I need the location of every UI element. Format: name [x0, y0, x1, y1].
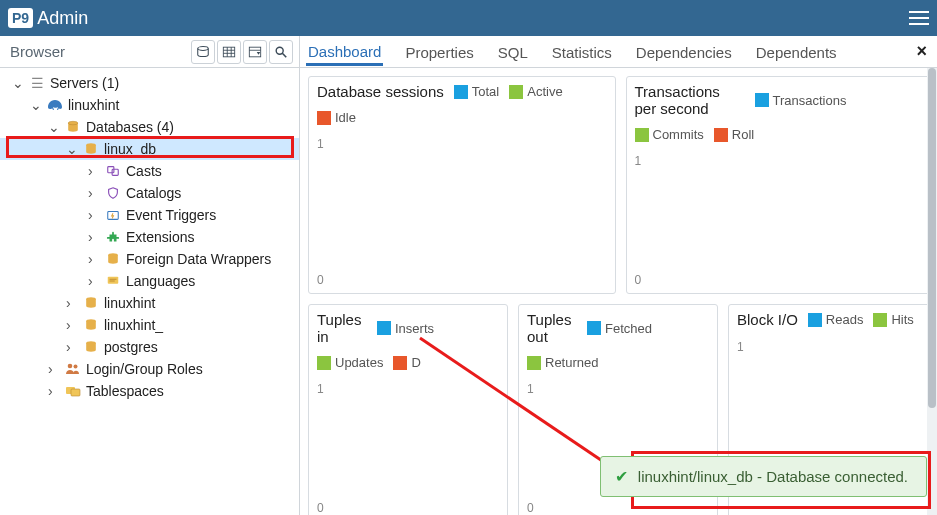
chevron-right-icon[interactable]: ›: [48, 361, 60, 377]
hamburger-menu-icon[interactable]: [909, 11, 929, 25]
svg-point-9: [276, 47, 283, 54]
tree-label: Servers (1): [50, 75, 119, 91]
tree-extensions[interactable]: › Extensions: [0, 226, 299, 248]
card-title: Tuples in: [317, 311, 367, 345]
chevron-right-icon[interactable]: ›: [88, 207, 100, 223]
chevron-right-icon[interactable]: ›: [66, 339, 78, 355]
chevron-right-icon[interactable]: ›: [66, 317, 78, 333]
toast-message: linuxhint/linux_db - Database connected.: [638, 468, 908, 485]
tree-event-triggers[interactable]: › Event Triggers: [0, 204, 299, 226]
tree-label: Languages: [126, 273, 195, 289]
servers-icon: ☰: [28, 75, 46, 91]
legend-active: Active: [509, 84, 562, 99]
legend-returned: Returned: [527, 355, 598, 370]
chevron-right-icon[interactable]: ›: [88, 273, 100, 289]
tree-label: linuxhint: [68, 97, 119, 113]
app-topbar: P9 Admin: [0, 0, 937, 36]
chevron-right-icon[interactable]: ›: [48, 383, 60, 399]
tree-casts[interactable]: › Casts: [0, 160, 299, 182]
search-icon[interactable]: [269, 40, 293, 64]
chevron-down-icon[interactable]: ⌄: [66, 141, 78, 157]
chevron-right-icon[interactable]: ›: [88, 163, 100, 179]
toast-notification[interactable]: ✔ linuxhint/linux_db - Database connecte…: [600, 456, 927, 497]
tab-dashboard[interactable]: Dashboard: [306, 37, 383, 66]
legend-commits: Commits: [635, 127, 704, 142]
card-title: Tuples out: [527, 311, 577, 345]
elephant-icon: [46, 98, 64, 112]
languages-icon: [104, 274, 122, 288]
chart-tuples-in: 1 0: [309, 374, 507, 515]
tree-catalogs[interactable]: › Catalogs: [0, 182, 299, 204]
y-tick: 1: [527, 382, 534, 396]
tree-db-linuxhint[interactable]: › linuxhint: [0, 292, 299, 314]
tab-sql[interactable]: SQL: [496, 38, 530, 65]
filter-icon[interactable]: [243, 40, 267, 64]
logo-text: Admin: [37, 8, 88, 29]
tab-properties[interactable]: Properties: [403, 38, 475, 65]
chevron-down-icon[interactable]: ⌄: [48, 119, 60, 135]
chevron-right-icon[interactable]: ›: [88, 229, 100, 245]
query-tool-icon[interactable]: [191, 40, 215, 64]
vertical-scrollbar[interactable]: [927, 68, 937, 515]
y-tick: 1: [317, 382, 324, 396]
tree-label: Event Triggers: [126, 207, 216, 223]
legend-reads: Reads: [808, 312, 864, 327]
tree-db-linuxhint_[interactable]: › linuxhint_: [0, 314, 299, 336]
tree-login-roles[interactable]: › Login/Group Roles: [0, 358, 299, 380]
chevron-right-icon[interactable]: ›: [66, 295, 78, 311]
logo-badge: P9: [8, 8, 33, 28]
tree-label: Casts: [126, 163, 162, 179]
tab-statistics[interactable]: Statistics: [550, 38, 614, 65]
browser-sidebar: Browser ⌄ ☰ Servers (1) ⌄ linuxhint: [0, 36, 300, 515]
legend-idle: Idle: [317, 110, 356, 125]
view-data-icon[interactable]: [217, 40, 241, 64]
tree-languages[interactable]: › Languages: [0, 270, 299, 292]
chevron-right-icon[interactable]: ›: [88, 251, 100, 267]
database-icon: [82, 318, 100, 332]
tree-fdw[interactable]: › Foreign Data Wrappers: [0, 248, 299, 270]
tree-db-postgres[interactable]: › postgres: [0, 336, 299, 358]
chart-tps: 1 0: [627, 146, 933, 293]
svg-point-25: [74, 365, 78, 369]
legend-inserts: Inserts: [377, 321, 434, 336]
svg-marker-8: [257, 52, 261, 55]
svg-rect-27: [71, 389, 80, 396]
svg-rect-1: [223, 47, 234, 57]
svg-rect-18: [108, 277, 119, 284]
tablespaces-icon: [64, 384, 82, 398]
legend-updates: Updates: [317, 355, 383, 370]
tree-tablespaces[interactable]: › Tablespaces: [0, 380, 299, 402]
tree-db-linux_db[interactable]: ⌄ linux_db: [0, 138, 299, 160]
svg-line-10: [282, 53, 286, 57]
card-database-sessions: Database sessions Total Active Idle 1 0: [308, 76, 616, 294]
legend-total: Total: [454, 84, 499, 99]
check-icon: ✔: [615, 467, 628, 486]
tree-label: Catalogs: [126, 185, 181, 201]
roles-icon: [64, 362, 82, 376]
tree-server-linuxhint[interactable]: ⌄ linuxhint: [0, 94, 299, 116]
fdw-icon: [104, 252, 122, 266]
legend-fetched: Fetched: [587, 321, 652, 336]
card-title: Transactions per second: [635, 83, 745, 117]
y-tick: 0: [527, 501, 534, 515]
tab-dependents[interactable]: Dependents: [754, 38, 839, 65]
chevron-right-icon[interactable]: ›: [88, 185, 100, 201]
chevron-down-icon[interactable]: ⌄: [12, 75, 24, 91]
chevron-down-icon[interactable]: ⌄: [30, 97, 42, 113]
extensions-icon: [104, 230, 122, 244]
close-panel-icon[interactable]: ×: [916, 41, 927, 62]
tree-label: linux_db: [104, 141, 156, 157]
database-icon: [82, 142, 100, 156]
y-tick: 1: [317, 137, 324, 151]
svg-point-24: [68, 364, 73, 369]
tree-servers[interactable]: ⌄ ☰ Servers (1): [0, 72, 299, 94]
tab-dependencies[interactable]: Dependencies: [634, 38, 734, 65]
tree-label: Extensions: [126, 229, 194, 245]
tree-label: Foreign Data Wrappers: [126, 251, 271, 267]
content-pane: Dashboard Properties SQL Statistics Depe…: [300, 36, 937, 515]
tree-label: linuxhint_: [104, 317, 163, 333]
event-trigger-icon: [104, 208, 122, 222]
tree-label: postgres: [104, 339, 158, 355]
scrollbar-thumb[interactable]: [928, 68, 936, 408]
tree-databases[interactable]: ⌄ Databases (4): [0, 116, 299, 138]
